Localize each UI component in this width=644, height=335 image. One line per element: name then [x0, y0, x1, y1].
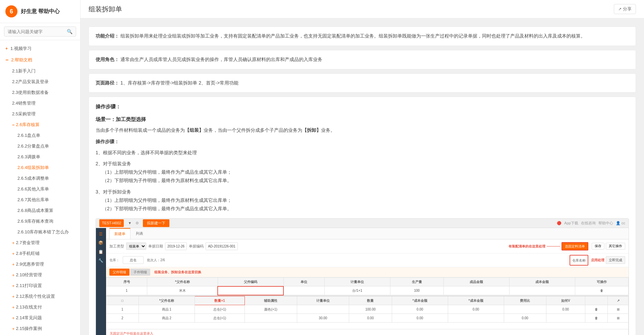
collapse-icon: − [5, 57, 8, 63]
step3-1: （1）上部明细为父件明细，最终作为原材料生成其它出库单； [102, 196, 629, 205]
sim-nav-icon: 📦 [98, 239, 103, 246]
expand-icon: + [5, 46, 8, 51]
sidebar-item-2-6[interactable]: − 2.6库存核算 [0, 119, 80, 130]
sim-bar-orange: 拟新建一下 [143, 219, 169, 227]
content-area: 功能介绍： 组装拆卸单用来处理企业组装或拆卸等加工业务，支持有固定装配清单的产品… [80, 18, 644, 335]
sim-lower-table: □ *父件名称 数量+1 辅助属性 计量单位 数量 *成本金额 *成本金额 费用 [106, 296, 629, 335]
sidebar-item-2-6-10[interactable]: 2.6.10库存账本错了怎么办 [0, 227, 80, 237]
sidebar-item-2-15[interactable]: + 2.15操作案例 [0, 323, 80, 334]
sidebar-item-2-6-8[interactable]: 2.6.8商品成本重算 [0, 205, 80, 216]
sim-form-label: 单据日期 [148, 243, 163, 249]
sim-form-label: 单据编码 [189, 243, 204, 249]
sim-nav-icon: ☰ [99, 231, 103, 237]
sidebar-item-2-7[interactable]: + 2.7资金管理 [0, 237, 80, 248]
sidebar-item-2-10[interactable]: + 2.10经营管理 [0, 270, 80, 280]
plus-icon: + [12, 273, 15, 278]
sidebar-item-2-6-2[interactable]: 2.6.2分量盘点单 [0, 141, 80, 152]
sidebar-item-2-4[interactable]: 2.4销售管理 [0, 98, 80, 109]
step3: 3、对于拆卸业务 [96, 188, 629, 196]
sim-table-header: *父件名称 [139, 296, 195, 305]
sidebar-item-label: 2.6.8商品成本重算 [17, 208, 53, 214]
logo-icon: 6 [5, 5, 17, 17]
sidebar-item-2-6-5[interactable]: 2.6.5成本调整单 [0, 173, 80, 184]
sim-other-btn[interactable]: 其它操作 [606, 243, 625, 249]
sidebar-item-2-11[interactable]: + 2.11打印设置 [0, 280, 80, 291]
sim-table-header: 如何V [546, 296, 585, 305]
search-input[interactable] [8, 29, 67, 34]
sidebar-item-2-6-7[interactable]: 2.6.7其他出库单 [0, 194, 80, 205]
sidebar: 6 好生意 帮助中心 🔍 + 1.视频学习 − 2.帮助文档 2.1新手入门 2… [0, 0, 80, 335]
annotation-line [547, 246, 560, 246]
sim-bar-item: TEST-H002 [99, 219, 124, 227]
sidebar-item-label: 2.6.6其他入库单 [17, 186, 49, 192]
sidebar-item-label: 2.13在线支付 [16, 304, 42, 310]
sidebar-item-2-1[interactable]: 2.1新手入门 [0, 66, 80, 76]
sim-sub-value: 总仓 [123, 256, 144, 264]
sim-table-header: 数量+1 [195, 296, 245, 305]
sidebar-item-label: 2.6.1盘点单 [17, 132, 40, 138]
sidebar-item-2-13[interactable]: + 2.13在线支付 [0, 302, 80, 313]
sim-table-header: 序号 [106, 277, 147, 286]
sim-enable-btn[interactable]: 立即完成 [606, 256, 625, 264]
plus-icon: + [12, 294, 15, 299]
sim-table-header: 可操作 [575, 277, 628, 286]
sim-table-header: *父件名称 [147, 277, 218, 286]
sim-table-header: 计量单位 [297, 296, 349, 305]
sidebar-item-2-3[interactable]: 2.3使用前数据准备 [0, 87, 80, 98]
sidebar-item-2-6-3[interactable]: 2.6.3调拨单 [0, 152, 80, 162]
step3-2: （2）下部明细为子件明细，最终作为产成品生成其它入库单。 [102, 205, 629, 213]
sim-action-btns: 保存 其它操作 [592, 243, 625, 249]
sidebar-item-label: 2.9优惠券管理 [16, 261, 44, 267]
collapse-icon-2-6: − [12, 122, 15, 127]
sim-table-header: 辅助属性 [245, 296, 297, 305]
app-title: 好生意 帮助中心 [21, 8, 60, 15]
table-row: 无固定活产中组装在这里录入 [106, 329, 629, 335]
sim-table-header: 单位 [283, 277, 324, 286]
sidebar-item-2-9[interactable]: + 2.9优惠券管理 [0, 259, 80, 270]
sidebar-item-2-6-4[interactable]: 2.6.4组装拆卸单 [0, 162, 80, 173]
plus-icon: + [12, 262, 15, 267]
sim-table-header: 计量单位 [324, 277, 390, 286]
sim-table-header: ↗ [608, 296, 629, 305]
sidebar-item-2-6-6[interactable]: 2.6.6其他入库单 [0, 184, 80, 194]
sidebar-item-2-5[interactable]: 2.5采购管理 [0, 109, 80, 119]
sidebar-item-label: 1.视频学习 [10, 46, 32, 52]
func-intro-card: 功能介绍： 组装拆卸单用来处理企业组装或拆卸等加工业务，支持有固定装配清单的产品… [89, 26, 636, 46]
sim-table-header: 成品金额 [443, 277, 509, 286]
share-icon: ↗ [618, 7, 622, 11]
sidebar-item-2-8[interactable]: + 2.8手机旺铺 [0, 248, 80, 259]
search-area: 🔍 [0, 23, 80, 40]
sim-nav-icon: 📋 [98, 248, 103, 255]
ops-card: 操作步骤： 场景一：加工类型选择 当由多个子件材料组装成一个成品的业务为【组装】… [89, 97, 636, 335]
table-row: 1 商品 1 总仓(+1) 颜色(+1) 100.00 0.00 0.00 [106, 305, 629, 314]
sim-assemble-tab[interactable]: 父件明细 [109, 269, 129, 276]
sidebar-item-2-12[interactable]: + 2.12系统个性化设置 [0, 291, 80, 302]
step2-2: （2）下部明细为子件明细，最终作为原材料生成其它出库单。 [102, 176, 629, 185]
share-button[interactable]: ↗ 分享 [614, 4, 636, 14]
role-text: 通常由生产人员或库管人员完成拆装业务的操作，库管人员确认原材料的出库和产成品的入… [120, 57, 322, 62]
sidebar-item-videos[interactable]: + 1.视频学习 [0, 43, 80, 54]
sidebar-item-2-6-1[interactable]: 2.6.1盘点单 [0, 130, 80, 141]
sim-enable-label: 仓库名称 [572, 259, 586, 262]
sim-type-select[interactable]: 组装单 拆卸单 [126, 242, 146, 250]
sim-table-header: 生产量 [390, 277, 443, 286]
func-intro-label: 功能介绍： [96, 33, 119, 39]
sim-upper-table: 序号 *父件名称 父件编码 单位 计量单位 生产量 成品金额 成本金额 可操作 [106, 277, 629, 295]
sidebar-item-docs[interactable]: − 2.帮助文档 [0, 54, 80, 66]
sidebar-item-2-2[interactable]: 2.2产品安装及登录 [0, 76, 80, 87]
sidebar-item-label: 2.6.7其他出库单 [17, 197, 49, 203]
search-icon[interactable]: 🔍 [67, 29, 72, 34]
search-box: 🔍 [4, 26, 76, 37]
sim-dismantle-tab[interactable]: 子件明细 [130, 269, 150, 276]
sidebar-item-2-14[interactable]: + 2.14常见问题 [0, 313, 80, 323]
func-intro-text: 组装拆卸单用来处理企业组装或拆卸等加工业务，支持有固定装配清单的产品加工业务，也… [120, 33, 585, 39]
plus-icon: + [12, 283, 15, 288]
sidebar-item-label: 2.7资金管理 [16, 240, 40, 246]
step2-1: （1）上部明细为父件明细，最终作为产成品生成其它入库单； [102, 168, 629, 176]
sim-save-btn[interactable]: 保存 [592, 243, 604, 249]
sim-fixed-btn[interactable]: 选固定料清单 [561, 242, 588, 250]
sidebar-item-2-6-9[interactable]: 2.6.9库存账本查询 [0, 216, 80, 227]
sim-bar-icons: 🔴 App下载 在线咨询 帮助中心 👤 cc [557, 220, 625, 226]
step2: 2、对于组装业务 [96, 160, 629, 168]
path-label: 页面路径： [96, 80, 119, 86]
